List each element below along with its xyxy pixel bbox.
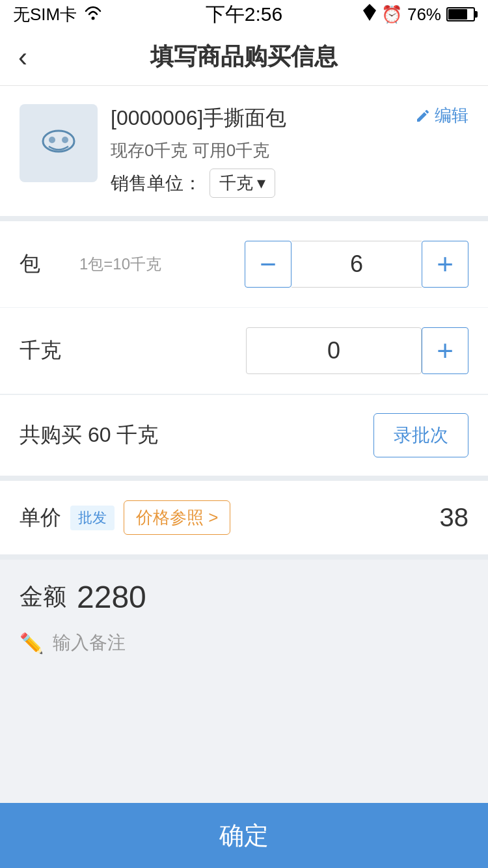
status-left: 无SIM卡 [13,3,103,26]
alarm-icon: ⏰ [381,5,402,25]
amount-row: 金额 2280 [20,579,468,615]
svg-point-1 [43,131,74,152]
note-placeholder: 输入备注 [53,631,126,655]
product-card: [0000006]手撕面包 编辑 现存0千克 可用0千克 销售单位： 千克 ▾ [0,86,488,221]
product-stock: 现存0千克 可用0千克 [111,139,468,162]
back-button[interactable]: ‹ [18,44,27,71]
amount-value: 2280 [77,579,146,615]
quantity-controls-kg: + [246,327,468,374]
battery-percent: 76% [407,5,441,25]
carrier-text: 无SIM卡 [13,3,77,26]
price-label-row: 单价 批发 价格参照 > [20,500,230,535]
edit-label: 编辑 [435,104,468,127]
svg-point-3 [62,137,68,143]
svg-point-0 [92,16,95,20]
total-value: 60 [88,423,111,446]
batch-button[interactable]: 录批次 [373,413,468,457]
quantity-label-bao: 包 [20,250,72,278]
batch-tag: 批发 [70,506,115,530]
quantity-controls-bao: − + [245,241,468,288]
confirm-button[interactable]: 确定 [219,819,269,852]
product-name: [0000006]手撕面包 [111,104,286,133]
chevron-down-icon: ▾ [257,173,265,193]
quantity-input-kg[interactable] [246,327,422,374]
status-right: ⏰ 76% [363,4,475,25]
unit-label: 销售单位： [111,171,202,196]
plus-button-kg[interactable]: + [422,327,468,374]
quantity-row-bao: 包 1包=10千克 − + [0,221,488,308]
price-ref-button[interactable]: 价格参照 > [124,500,230,535]
product-image [20,104,98,182]
quantity-label-kg: 千克 [20,336,72,365]
status-bar: 无SIM卡 下午2:56 ⏰ 76% [0,0,488,29]
total-text: 共购买 60 千克 [20,421,158,450]
total-row: 共购买 60 千克 录批次 [0,395,488,481]
price-row: 单价 批发 价格参照 > 38 [20,500,468,535]
page-title: 填写商品购买信息 [150,41,338,73]
battery-icon [446,7,475,21]
quantity-section: 包 1包=10千克 − + 千克 + [0,221,488,395]
pencil-icon: ✏️ [20,632,44,655]
svg-point-2 [49,137,55,143]
status-time: 下午2:56 [206,1,282,28]
unit-value: 千克 [219,172,253,195]
wifi-icon [83,5,103,25]
price-label: 单价 [20,504,61,532]
edit-link[interactable]: 编辑 [415,104,468,127]
note-row[interactable]: ✏️ 输入备注 [20,631,468,655]
quantity-sublabel-bao: 1包=10千克 [79,254,245,275]
product-unit-row: 销售单位： 千克 ▾ [111,169,468,198]
nav-bar: ‹ 填写商品购买信息 [0,29,488,86]
plus-button-bao[interactable]: + [422,241,468,288]
price-value: 38 [440,503,469,532]
unit-select[interactable]: 千克 ▾ [210,169,275,198]
minus-button-bao[interactable]: − [245,241,291,288]
product-info: [0000006]手撕面包 编辑 现存0千克 可用0千克 销售单位： 千克 ▾ [111,104,468,198]
quantity-row-kg: 千克 + [0,308,488,394]
location-icon [363,4,376,25]
confirm-bar[interactable]: 确定 [0,803,488,868]
amount-label: 金额 [20,581,66,613]
quantity-input-bao[interactable] [291,241,422,288]
total-unit: 千克 [116,423,158,446]
price-section: 单价 批发 价格参照 > 38 [0,481,488,560]
